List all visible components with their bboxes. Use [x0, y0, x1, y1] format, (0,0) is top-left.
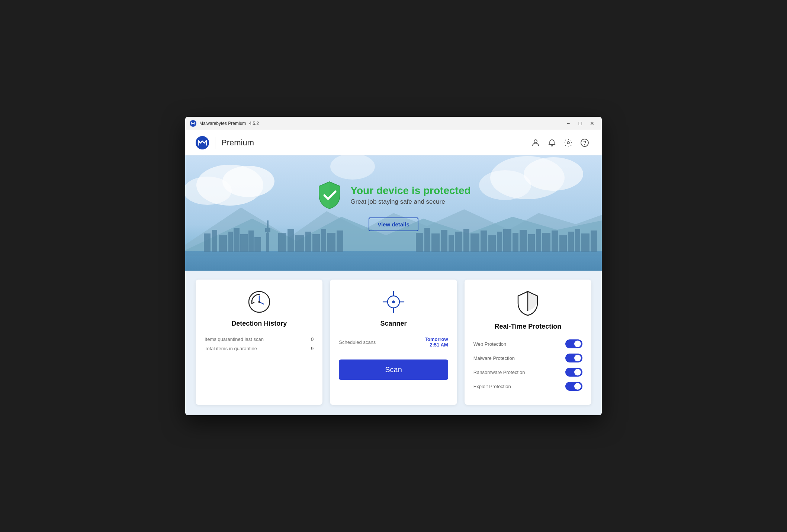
minimize-button[interactable]: −	[563, 120, 574, 127]
cards-section: Detection History Items quarantined last…	[185, 271, 602, 415]
svg-rect-30	[295, 235, 304, 252]
scanner-crosshair-icon	[382, 290, 405, 314]
svg-rect-23	[248, 230, 254, 252]
scheduled-scans-row: Scheduled scans Tomorrow 2:51 AM	[339, 336, 448, 348]
svg-rect-50	[528, 234, 535, 252]
svg-rect-29	[288, 229, 294, 252]
svg-rect-24	[254, 237, 261, 252]
account-button[interactable]	[529, 136, 542, 149]
header-logo-icon	[196, 136, 209, 149]
hero-status-row: Your device is protected Great job stayi…	[316, 180, 470, 210]
svg-point-2	[534, 140, 537, 143]
svg-rect-42	[463, 229, 469, 252]
svg-point-5	[585, 144, 585, 145]
view-details-button[interactable]: View details	[369, 217, 418, 231]
svg-rect-35	[337, 230, 343, 252]
shield-half-icon	[516, 290, 540, 317]
maximize-button[interactable]: □	[575, 120, 585, 127]
svg-rect-54	[559, 235, 567, 252]
web-protection-toggle[interactable]	[565, 339, 582, 348]
svg-rect-31	[305, 232, 311, 252]
svg-rect-33	[321, 229, 326, 252]
svg-point-9	[185, 177, 232, 205]
svg-point-12	[479, 170, 531, 200]
svg-point-3	[567, 142, 569, 144]
scanner-icon-wrapper	[339, 290, 448, 314]
malware-protection-label: Malware Protection	[473, 355, 515, 361]
gear-icon	[564, 138, 573, 147]
svg-point-11	[524, 157, 583, 191]
title-bar-left: Malwarebytes Premium 4.5.2	[190, 120, 259, 127]
hero-text: Your device is protected Great job stayi…	[350, 185, 470, 206]
svg-rect-56	[575, 229, 580, 252]
detection-history-icon-wrapper	[205, 290, 314, 314]
header-title: Premium	[221, 138, 254, 148]
svg-rect-43	[470, 233, 479, 252]
settings-button[interactable]	[562, 136, 575, 149]
detection-history-card: Detection History Items quarantined last…	[196, 280, 322, 405]
account-icon	[531, 138, 540, 147]
svg-point-62	[258, 301, 260, 303]
web-protection-row: Web Protection	[473, 339, 582, 348]
header-icons	[529, 136, 591, 149]
svg-rect-53	[552, 230, 558, 252]
quarantine-last-scan-value: 0	[311, 336, 314, 342]
ransomware-protection-row: Ransomware Protection	[473, 368, 582, 377]
svg-rect-45	[488, 235, 496, 252]
ransomware-protection-toggle[interactable]	[565, 368, 582, 377]
web-protection-label: Web Protection	[473, 341, 507, 347]
hero-status-text: Your device is protected	[350, 185, 470, 197]
svg-rect-28	[278, 233, 286, 252]
hero-content: Your device is protected Great job stayi…	[316, 180, 470, 231]
app-header: Premium	[185, 130, 602, 155]
scanner-card: Scanner Scheduled scans Tomorrow 2:51 AM…	[330, 280, 457, 405]
detection-history-title: Detection History	[205, 320, 314, 328]
svg-rect-39	[441, 230, 447, 252]
svg-point-1	[196, 136, 209, 149]
ransomware-protection-label: Ransomware Protection	[473, 370, 525, 375]
svg-rect-18	[212, 230, 217, 252]
svg-rect-52	[542, 233, 550, 252]
hero-subtitle: Great job staying safe and secure	[350, 198, 470, 206]
help-icon	[580, 138, 589, 147]
quarantine-last-scan-label: Items quarantined last scan	[205, 336, 264, 342]
bell-icon	[547, 138, 556, 147]
close-button[interactable]: ✕	[587, 120, 597, 127]
title-bar-version: 4.5.2	[249, 121, 259, 126]
svg-rect-44	[481, 230, 487, 252]
total-quarantine-row: Total items in quarantine 9	[205, 346, 314, 351]
malware-protection-row: Malware Protection	[473, 354, 582, 362]
exploit-protection-toggle[interactable]	[565, 382, 582, 391]
real-time-protection-icon-wrapper	[473, 290, 582, 317]
svg-rect-40	[449, 235, 454, 252]
svg-rect-38	[431, 233, 440, 252]
malwarebytes-logo-icon	[190, 120, 196, 127]
exploit-protection-label: Exploit Protection	[473, 384, 511, 389]
svg-rect-20	[228, 232, 233, 252]
malware-protection-toggle[interactable]	[565, 354, 582, 362]
title-bar: Malwarebytes Premium 4.5.2 − □ ✕	[185, 117, 602, 130]
svg-rect-16	[185, 251, 602, 271]
svg-point-68	[392, 301, 394, 303]
app-window: Malwarebytes Premium 4.5.2 − □ ✕ Premium	[185, 117, 602, 415]
svg-rect-58	[591, 230, 597, 252]
scan-button[interactable]: Scan	[339, 359, 448, 380]
quarantine-last-scan-row: Items quarantined last scan 0	[205, 336, 314, 342]
header-divider	[215, 137, 215, 149]
svg-rect-37	[424, 228, 430, 252]
real-time-protection-card: Real-Time Protection Web Protection Malw…	[465, 280, 591, 405]
svg-rect-47	[503, 229, 511, 252]
svg-rect-27	[266, 233, 269, 252]
shield-protected-icon	[316, 180, 343, 210]
header-logo: Premium	[196, 136, 254, 149]
hero-section: Your device is protected Great job stayi…	[185, 155, 602, 271]
exploit-protection-row: Exploit Protection	[473, 382, 582, 391]
scheduled-scans-value: Tomorrow 2:51 AM	[425, 336, 448, 348]
svg-rect-41	[455, 232, 462, 252]
clock-icon	[247, 290, 271, 314]
total-quarantine-value: 9	[311, 346, 314, 351]
help-button[interactable]	[578, 136, 591, 149]
svg-rect-36	[416, 233, 423, 252]
notifications-button[interactable]	[545, 136, 559, 149]
scanner-title: Scanner	[339, 320, 448, 328]
